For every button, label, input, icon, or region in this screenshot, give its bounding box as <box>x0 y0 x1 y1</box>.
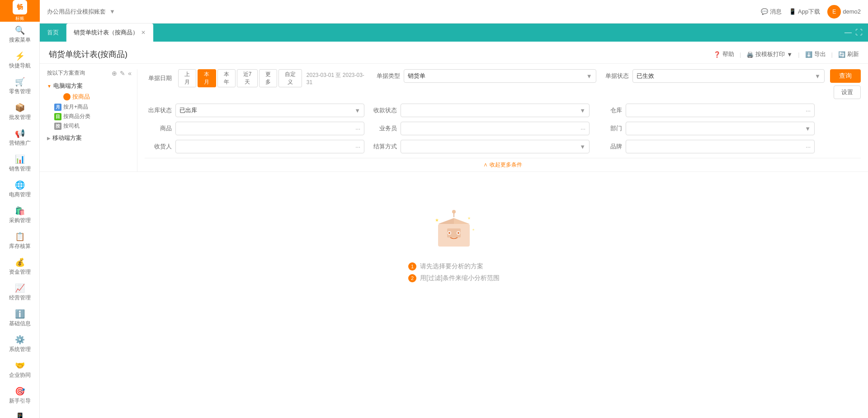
sidebar-item-quick-nav[interactable]: ⚡快捷导航 <box>9 48 31 73</box>
date-btn-custom[interactable]: 自定义 <box>278 69 302 87</box>
doc-status-select[interactable]: 已生效 ▼ <box>632 69 825 83</box>
print-label: 按模板打印 <box>755 50 785 58</box>
print-btn[interactable]: 🖨️ 按模板打印 ▼ <box>746 50 793 58</box>
sidebar-item-search[interactable]: 🔍搜索菜单 <box>9 22 31 48</box>
date-label: 单据日期 <box>145 74 172 82</box>
tab-home-label: 首页 <box>47 28 59 37</box>
department-label: 部门 <box>595 124 622 133</box>
sidebar-icon-finance: 💰 <box>15 257 25 267</box>
sidebar-item-sales[interactable]: 📊销售管理 <box>9 151 31 176</box>
sidebar-label-enterprise: 企业协同 <box>9 371 31 379</box>
app-download-btn[interactable]: 📱 App下载 <box>789 8 820 16</box>
help-icon: ❓ <box>713 51 721 58</box>
filter-group-pc-header[interactable]: ▼ 电脑端方案 <box>47 81 132 91</box>
export-btn[interactable]: ⬇️ 导出 <box>805 50 826 58</box>
svg-text:★: ★ <box>435 218 439 223</box>
date-btn-this-month[interactable]: 本月 <box>198 69 216 87</box>
doc-status-field: 单据状态 已生效 ▼ <box>602 69 825 83</box>
brand-input[interactable]: ··· <box>626 140 815 153</box>
tab-sales-stats-label: 销货单统计表（按商品） <box>74 28 138 37</box>
scheme-by-goods[interactable]: 按商品 <box>54 91 132 102</box>
message-btn[interactable]: 💬 消息 <box>761 8 782 16</box>
sidebar-item-appcenter[interactable]: 📱应用中心 <box>9 408 31 418</box>
tabbar: 首页 销货单统计表（按商品） ✕ — ⛶ <box>40 24 868 42</box>
sidebar-item-operation[interactable]: 📈经营管理 <box>9 280 31 305</box>
date-btn-this-year[interactable]: 本年 <box>217 69 236 87</box>
tip1-num: 1 <box>408 262 416 271</box>
industry-dropdown-icon[interactable]: ▼ <box>109 8 115 15</box>
tab-home[interactable]: 首页 <box>40 24 66 42</box>
main-area: 办公用品行业模拟账套 ▼ 💬 消息 📱 App下载 E demo2 首页 <box>40 0 868 418</box>
empty-state: ★ ★ ★ 1 请先选择要分析的方案 2 用[过滤]条件来缩小分析范围 <box>40 172 868 309</box>
warehouse-dots: ··· <box>806 107 811 114</box>
scheme-goods-label: 按商品 <box>72 93 90 101</box>
sidebar-label-purchase: 采购管理 <box>9 217 31 224</box>
sidebar-item-stock[interactable]: 📋库存核算 <box>9 228 31 254</box>
sidebar-icon-quick-nav: ⚡ <box>15 51 25 61</box>
help-btn[interactable]: ❓ 帮助 <box>713 50 734 58</box>
department-arrow-icon: ▼ <box>805 125 811 132</box>
warehouse-input[interactable]: ··· <box>626 104 815 117</box>
sidebar-item-enterprise[interactable]: 🤝企业协同 <box>9 357 31 383</box>
filter-sidebar-header: 按以下方案查询 ⊕ ✎ « <box>47 69 132 77</box>
tab-minimize-btn[interactable]: — <box>844 28 852 37</box>
filter-group-mobile-header[interactable]: ▶ 移动端方案 <box>47 133 132 143</box>
sidebar-item-ecommerce[interactable]: 🌐电商管理 <box>9 176 31 202</box>
scheme-by-driver[interactable]: 按 按司机 <box>54 121 132 131</box>
collapse-more-btn[interactable]: ∧ 收起更多条件 <box>145 158 861 171</box>
topbar-left: 办公用品行业模拟账套 ▼ <box>47 8 115 16</box>
sidebar-item-newbie[interactable]: 🎯新手引导 <box>9 383 31 408</box>
warehouse-field: 仓库 ··· <box>595 104 815 117</box>
tab-close-btn[interactable]: ✕ <box>141 29 146 36</box>
edit-scheme-btn[interactable]: ✎ <box>120 70 125 77</box>
date-btn-7days[interactable]: 近7天 <box>237 69 258 87</box>
filter-group-mobile: ▶ 移动端方案 <box>47 133 132 143</box>
consignee-input[interactable]: ··· <box>175 140 364 153</box>
refresh-btn[interactable]: 🔄 刷新 <box>838 50 859 58</box>
scheme-by-goods-category[interactable]: 目 按商品分类 <box>54 112 132 121</box>
salesperson-dots: ··· <box>580 125 585 132</box>
sidebar-item-basic[interactable]: ℹ️基础信息 <box>9 305 31 331</box>
sidebar-item-purchase[interactable]: 🛍️采购管理 <box>9 202 31 228</box>
filter-row-4: 收货人 ··· 结算方式 ▼ 品牌 <box>145 140 861 153</box>
sidebar-icon-ecommerce: 🌐 <box>15 180 25 190</box>
tab-maximize-btn[interactable]: ⛶ <box>855 28 863 37</box>
add-scheme-btn[interactable]: ⊕ <box>112 70 117 77</box>
department-select[interactable]: ▼ <box>626 122 815 135</box>
user-menu[interactable]: E demo2 <box>827 5 861 19</box>
logo-char: 畅 <box>17 3 23 11</box>
sidebar-item-finance[interactable]: 💰资金管理 <box>9 254 31 280</box>
doc-status-value: 已生效 <box>637 72 654 80</box>
collapse-scheme-btn[interactable]: « <box>128 70 132 77</box>
sidebar: 畅 标账 🔍搜索菜单⚡快捷导航🛒零售管理📦批发管理📢营销推广📊销售管理🌐电商管理… <box>0 0 40 418</box>
sidebar-item-marketing[interactable]: 📢营销推广 <box>9 125 31 151</box>
out-status-select[interactable]: 已出库 ▼ <box>175 104 364 117</box>
payment-field: 结算方式 ▼ <box>370 140 590 153</box>
setting-button[interactable]: 设置 <box>834 86 861 99</box>
page-actions: ❓ 帮助 | 🖨️ 按模板打印 ▼ | ⬇️ 导出 | 🔄 刷新 <box>713 50 859 58</box>
empty-tip-2: 2 用[过滤]条件来缩小分析范围 <box>408 274 500 282</box>
payment-select[interactable]: ▼ <box>401 140 590 153</box>
out-status-field: 出库状态 已出库 ▼ <box>145 104 364 117</box>
sidebar-item-wholesale[interactable]: 📦批发管理 <box>9 99 31 125</box>
industry-label: 办公用品行业模拟账套 <box>47 8 106 16</box>
sidebar-label-stock: 库存核算 <box>9 242 31 250</box>
date-btn-more[interactable]: 更多 <box>259 69 277 87</box>
doc-type-select[interactable]: 销货单 ▼ <box>404 69 596 83</box>
tab-sales-stats[interactable]: 销货单统计表（按商品） ✕ <box>66 24 153 42</box>
scheme-driver-label: 按司机 <box>63 122 80 130</box>
sidebar-item-system[interactable]: ⚙️系统管理 <box>9 331 31 357</box>
salesperson-input[interactable]: ··· <box>401 122 590 135</box>
doc-status-label: 单据状态 <box>602 72 629 80</box>
receipt-status-select[interactable]: ▼ <box>401 104 590 117</box>
scheme-by-month-goods[interactable]: 月 按月+商品 <box>54 102 132 112</box>
date-btn-last-month[interactable]: 上月 <box>178 69 196 87</box>
scheme-icon-goods <box>63 93 71 100</box>
filter-tree-sub-pc: 按商品 月 按月+商品 目 按商品分类 按 <box>47 91 132 131</box>
query-button[interactable]: 查询 <box>830 69 861 83</box>
sidebar-icon-basic: ℹ️ <box>15 309 25 319</box>
goods-input[interactable]: ··· <box>175 122 364 135</box>
scheme-icon-driver: 按 <box>54 123 61 130</box>
sidebar-item-retail[interactable]: 🛒零售管理 <box>9 73 31 99</box>
out-status-label: 出库状态 <box>145 106 172 114</box>
